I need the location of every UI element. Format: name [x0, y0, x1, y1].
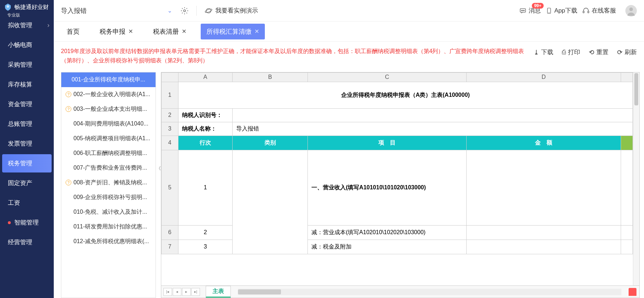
tab-2[interactable]: 税表清册✕ [147, 24, 192, 39]
row-head-7[interactable]: 7 [162, 240, 178, 254]
header-col2[interactable]: 类别 [233, 136, 308, 150]
tree-item-4[interactable]: 005-纳税调整项目明细表(A1... [61, 131, 156, 146]
nav-first[interactable]: |◂ [163, 288, 172, 296]
tab-0[interactable]: 首页 [61, 24, 85, 39]
row-head-1[interactable]: 1 [162, 82, 178, 108]
col-C[interactable]: C [308, 72, 467, 82]
col-B[interactable]: B [233, 72, 308, 82]
tree-item-label: 005-纳税调整项目明细表(A1... [73, 135, 150, 142]
sidebar-item-label: 工资 [8, 199, 20, 207]
row-head-2[interactable]: 2 [162, 108, 178, 122]
header-col1[interactable]: 行次 [178, 136, 233, 150]
r5-project[interactable]: 一、营业收入(填写A101010\101020\103000) [308, 150, 467, 225]
sheet-title[interactable]: 企业所得税年度纳税申报表（A类）主表(A100000) [178, 82, 633, 108]
horizontal-scrollbar[interactable] [238, 289, 621, 295]
col-D[interactable]: D [466, 72, 621, 82]
tree-item-3[interactable]: 004-期间费用明细表(A1040... [61, 117, 156, 131]
vertical-scrollbar[interactable] [633, 72, 639, 285]
sidebar-item-4[interactable]: 资金管理 [0, 94, 54, 114]
r7-num[interactable]: 3 [178, 240, 233, 254]
r6-num[interactable]: 2 [178, 225, 233, 240]
sidebar-item-2[interactable]: 采购管理 [0, 55, 54, 75]
row-head-5[interactable]: 5 [162, 150, 178, 225]
col-extra[interactable] [621, 72, 633, 82]
header-extra[interactable] [621, 136, 633, 150]
reset-button[interactable]: ⟲重置 [589, 48, 609, 56]
close-icon[interactable]: ✕ [254, 28, 259, 35]
sidebar-item-3[interactable]: 库存核算 [0, 75, 54, 94]
avatar[interactable] [625, 5, 637, 16]
sheet-body[interactable]: A B C D 1 企业所得税年度纳税申报表（A类）主表(A100000) [161, 72, 633, 285]
message-button[interactable]: 消息 99+ [519, 6, 541, 15]
r6-project[interactable]: 减：营业成本(填写A102010\102020\103000) [308, 225, 467, 240]
sidebar-item-8[interactable]: 固定资产 [0, 173, 54, 193]
r7-extra[interactable] [621, 240, 633, 254]
settings-button[interactable] [181, 7, 189, 15]
taxpayer-id-label[interactable]: 纳税人识别号： [178, 108, 233, 122]
header-col4[interactable]: 金 额 [466, 136, 621, 150]
sidebar-item-1[interactable]: 小畅电商 [0, 35, 54, 55]
svg-point-8 [524, 10, 524, 11]
taxpayer-name-value[interactable]: 导入报错 [233, 122, 633, 136]
r6-extra[interactable] [621, 225, 633, 240]
support-button[interactable]: 在线客服 [582, 6, 616, 15]
tree-item-11[interactable]: 012-减免所得税优惠明细表(... [61, 234, 156, 249]
demo-link[interactable]: 我要看实例演示 [205, 6, 258, 15]
sidebar-item-5[interactable]: 总账管理 [0, 114, 54, 134]
close-icon[interactable]: ✕ [128, 28, 133, 35]
close-icon[interactable]: ✕ [182, 28, 186, 35]
action-bar: ⤓下载 ⎙打印 ⟲重置 ⟳刷新 [534, 47, 637, 56]
corner-cell[interactable] [162, 72, 178, 82]
sidebar-item-0[interactable]: 拟收管理 [0, 21, 54, 35]
planet-icon [205, 7, 213, 15]
download-button[interactable]: ⤓下载 [534, 48, 553, 56]
taxpayer-id-value[interactable] [233, 108, 633, 122]
sheet-tab-main[interactable]: 主表 [206, 286, 231, 298]
bullet-icon [8, 221, 11, 224]
r7-amount[interactable] [466, 240, 621, 254]
row-head-3[interactable]: 3 [162, 122, 178, 136]
tree-item-10[interactable]: 011-研发费用加计扣除优惠... [61, 219, 156, 234]
header-col3[interactable]: 项 目 [308, 136, 467, 150]
sidebar-item-6[interactable]: 发票管理 [0, 134, 54, 153]
brand-name: 畅捷通好业财 [14, 4, 49, 11]
print-button[interactable]: ⎙打印 [562, 48, 580, 56]
support-label: 在线客服 [592, 6, 616, 15]
collapse-handle[interactable]: 《 [156, 72, 161, 298]
nav-last[interactable]: ▸| [191, 288, 200, 296]
r5-category[interactable] [233, 150, 308, 254]
nav-next[interactable]: ▸ [182, 288, 191, 296]
r5-amount[interactable] [466, 150, 621, 225]
tree-item-2[interactable]: ?003-一般企业成本支出明细... [61, 102, 156, 117]
sidebar-item-9[interactable]: 工资 [0, 193, 54, 213]
tree-item-0[interactable]: 001-企业所得税年度纳税申... [61, 72, 156, 87]
r5-num[interactable]: 1 [178, 150, 233, 225]
search-dropdown[interactable]: 导入报错 ⌄ [61, 6, 176, 15]
sheet-table: A B C D 1 企业所得税年度纳税申报表（A类）主表(A100000) [161, 72, 633, 254]
row-head-4[interactable]: 4 [162, 136, 178, 150]
tab-1[interactable]: 税务申报✕ [94, 24, 139, 39]
tree-item-1[interactable]: ?002-一般企业收入明细表(A1... [61, 87, 156, 102]
phone-icon [546, 7, 552, 14]
row-head-6[interactable]: 6 [162, 225, 178, 240]
refresh-button[interactable]: ⟳刷新 [617, 48, 637, 56]
footer-corner-icon[interactable] [629, 288, 636, 296]
tree-item-7[interactable]: ?008-资产折旧、摊销及纳税... [61, 175, 156, 190]
tree-item-8[interactable]: 009-企业所得税弥补亏损明... [61, 190, 156, 205]
tab-3[interactable]: 所得税汇算清缴✕ [201, 24, 265, 39]
sidebar-item-10[interactable]: 智能管理 [0, 213, 54, 232]
taxpayer-name-label[interactable]: 纳税人名称： [178, 122, 233, 136]
sidebar-item-11[interactable]: 经营管理 [0, 232, 54, 252]
r6-amount[interactable] [466, 225, 621, 240]
sidebar-item-label: 采购管理 [8, 61, 32, 69]
sidebar-item-7[interactable]: 税务管理 [2, 154, 52, 172]
app-download-button[interactable]: App下载 [546, 6, 577, 15]
tree-item-6[interactable]: 007-广告费和业务宣传费跨... [61, 161, 156, 175]
tree-item-9[interactable]: 010-免税、减计收入及加计... [61, 205, 156, 219]
col-A[interactable]: A [178, 72, 233, 82]
nav-prev[interactable]: ◂ [173, 288, 181, 296]
chevron-down-icon: ⌄ [167, 7, 172, 14]
tree-item-5[interactable]: 006-职工薪酬纳税调整明细... [61, 146, 156, 161]
r5-extra[interactable] [621, 150, 633, 225]
r7-project[interactable]: 减：税金及附加 [308, 240, 467, 254]
